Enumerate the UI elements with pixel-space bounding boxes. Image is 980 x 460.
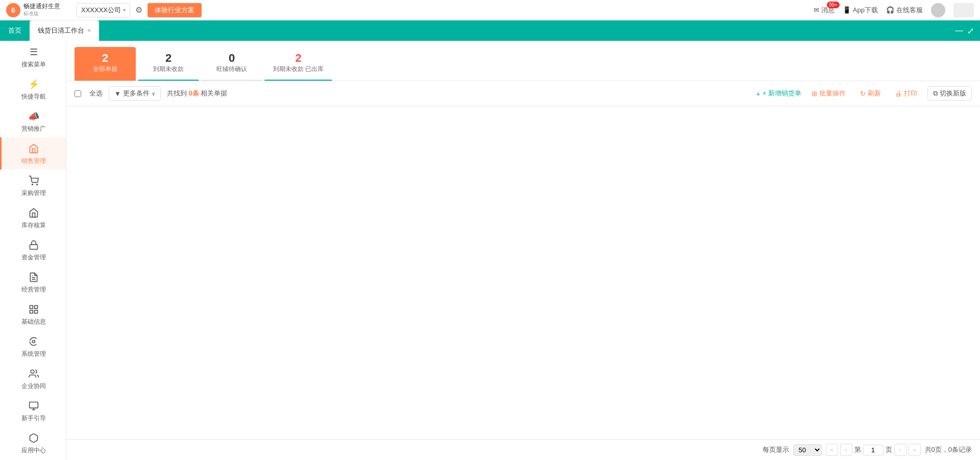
tab-bar: 首页 钱货日清工作台 × — ⤢	[0, 20, 980, 41]
avatar-image	[931, 3, 945, 17]
lightning-icon: ⚡	[28, 78, 40, 90]
svg-point-9	[33, 341, 35, 343]
svg-rect-2	[30, 245, 38, 249]
try-industry-button[interactable]: 体验行业方案	[148, 3, 202, 17]
guide-icon	[28, 400, 40, 412]
search-menu-icon: ☰	[28, 46, 40, 58]
top-bar: 6 畅捷通好生意 标准版 XXXXXX公司 ▾ ⚙ 体验行业方案 ✉ 消息 99…	[0, 0, 980, 20]
pagination-bar: 每页显示 50 100 200 « ‹ 第 页 › » 共0页，0条记录	[66, 439, 980, 460]
new-version-button[interactable]: ⧉ 切换新版	[927, 86, 972, 101]
batch-operation-button[interactable]: ⊞ 批量操作	[807, 87, 850, 100]
toolbar: 全选 ▼ 更多条件 ∨ 共找到 0条 相关单据 + + 新增销货单	[66, 81, 980, 106]
content-area: 2 全部单据 2 到期未收款 0 旺辅待确认 2 到期未收款 已出库	[66, 41, 980, 460]
sidebar-item-sales[interactable]: 销售管理	[0, 137, 66, 170]
page-nav: « ‹ 第 页 › »	[826, 444, 921, 456]
select-all-checkbox[interactable]	[75, 90, 81, 97]
sidebar-item-finance[interactable]: 资金管理	[0, 234, 66, 266]
minimize-icon[interactable]: —	[955, 26, 963, 35]
batch-icon: ⊞	[812, 90, 817, 98]
svg-rect-11	[30, 402, 38, 408]
switch-icon: ⧉	[933, 89, 938, 98]
marketing-icon: 📣	[28, 110, 40, 123]
prev-page-button[interactable]: ‹	[840, 444, 852, 456]
logo-icon: 6	[6, 3, 20, 17]
refresh-button[interactable]: ↻ 刷新	[856, 87, 885, 100]
logo-text: 畅捷通好生意 标准版	[23, 3, 60, 18]
inventory-icon	[28, 207, 40, 219]
settings-icon[interactable]: ⚙	[135, 5, 142, 15]
sidebar-item-guide[interactable]: 新手引导	[0, 395, 66, 427]
sidebar-item-operation[interactable]: 经营管理	[0, 266, 66, 298]
sidebar-item-nav[interactable]: ⚡ 快捷导航	[0, 73, 66, 105]
headset-icon: 🎧	[886, 6, 894, 14]
page-number-input[interactable]	[863, 445, 884, 455]
app-download-item[interactable]: 📱 App下载	[843, 6, 878, 15]
sidebar-item-system[interactable]: 系统管理	[0, 330, 66, 362]
first-page-button[interactable]: «	[826, 444, 838, 456]
svg-point-1	[37, 184, 38, 185]
sidebar-item-appstore[interactable]: 应用中心	[0, 427, 66, 459]
sidebar-item-search[interactable]: ☰ 搜索菜单	[0, 41, 66, 73]
stat-tab-all[interactable]: 2 全部单据	[75, 47, 136, 81]
sidebar-item-inventory[interactable]: 库存核算	[0, 202, 66, 234]
phone-icon: 📱	[843, 6, 851, 14]
svg-rect-6	[35, 306, 38, 309]
tab-bar-right: — ⤢	[955, 26, 980, 36]
table-area	[66, 106, 980, 439]
cooperation-icon	[28, 368, 40, 380]
svg-point-0	[32, 184, 33, 185]
appstore-icon	[28, 432, 40, 444]
filter-icon: ▼	[114, 90, 121, 98]
chevron-down-icon: ▾	[123, 7, 126, 13]
stat-tab-overdue-out[interactable]: 2 到期未收款 已出库	[264, 47, 332, 81]
operation-icon	[28, 271, 40, 283]
sidebar-item-cooperation[interactable]: 企业协同	[0, 362, 66, 395]
last-page-button[interactable]: »	[909, 444, 921, 456]
message-icon: ✉	[814, 6, 819, 14]
maximize-icon[interactable]: ⤢	[967, 26, 974, 36]
tab-home[interactable]: 首页	[0, 20, 30, 41]
total-count: 共0页，0条记录	[925, 445, 972, 454]
svg-point-10	[31, 370, 34, 374]
chevron-down-icon: ∨	[152, 91, 155, 96]
sidebar-item-purchase[interactable]: 采购管理	[0, 170, 66, 202]
user-menu[interactable]	[953, 3, 974, 17]
stat-tab-overdue[interactable]: 2 到期未收款	[138, 47, 199, 81]
basic-icon	[28, 303, 40, 316]
next-page-button[interactable]: ›	[894, 444, 906, 456]
filter-button[interactable]: ▼ 更多条件 ∨	[109, 86, 161, 101]
finance-icon	[28, 239, 40, 251]
stat-tab-wangwang[interactable]: 0 旺辅待确认	[201, 47, 262, 81]
main-layout: ☰ 搜索菜单 ⚡ 快捷导航 📣 营销推广 销售管理	[0, 41, 980, 460]
per-page-select[interactable]: 50 100 200	[793, 444, 822, 456]
tab-close-icon[interactable]: ×	[87, 27, 91, 34]
toolbar-right: + + 新增销货单 ⊞ 批量操作 ↻ 刷新 🖨 打印	[756, 86, 972, 101]
top-right-area: ✉ 消息 99+ 📱 App下载 🎧 在线客服	[814, 3, 974, 17]
refresh-icon: ↻	[860, 90, 866, 98]
sidebar-item-marketing[interactable]: 📣 营销推广	[0, 105, 66, 137]
message-item[interactable]: ✉ 消息 99+	[814, 6, 835, 15]
svg-rect-5	[30, 306, 33, 309]
svg-rect-7	[35, 310, 38, 313]
sales-icon	[28, 142, 40, 155]
print-button[interactable]: 🖨 打印	[891, 87, 921, 100]
system-icon	[28, 335, 40, 348]
sidebar-item-basic[interactable]: 基础信息	[0, 298, 66, 330]
purchase-icon	[28, 175, 40, 187]
logo-area: 6 畅捷通好生意 标准版	[6, 3, 72, 18]
print-icon: 🖨	[895, 90, 902, 98]
avatar[interactable]	[931, 3, 945, 17]
tab-work[interactable]: 钱货日清工作台 ×	[30, 20, 99, 41]
add-sales-button[interactable]: + + 新增销货单	[756, 89, 801, 98]
online-service-item[interactable]: 🎧 在线客服	[886, 6, 923, 15]
message-badge: 99+	[827, 2, 840, 8]
stats-tabs: 2 全部单据 2 到期未收款 0 旺辅待确认 2 到期未收款 已出库	[66, 41, 980, 81]
svg-rect-8	[30, 310, 33, 313]
company-selector[interactable]: XXXXXX公司 ▾	[77, 3, 130, 17]
sidebar: ☰ 搜索菜单 ⚡ 快捷导航 📣 营销推广 销售管理	[0, 41, 66, 460]
